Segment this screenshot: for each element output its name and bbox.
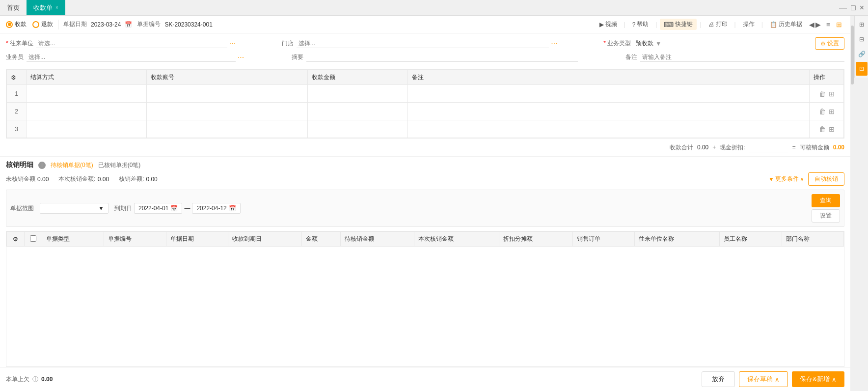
discount-input[interactable] [749,142,788,152]
tab-receipt[interactable]: 收款单 × [27,0,65,15]
th-settings[interactable]: ⚙ [7,70,27,85]
sidebar-icon-expand[interactable]: ⊡ [856,62,868,76]
row-3-delete-icon[interactable]: 🗑 [819,125,826,133]
radio-receive[interactable]: 收款 [6,20,27,28]
dth-settings[interactable]: ⚙ [7,232,25,247]
business-type-select[interactable]: 预收款 ▼ [634,39,661,48]
counterparty-more-icon[interactable]: ··· [229,40,236,48]
history-btn[interactable]: 📋 历史单据 [766,19,806,30]
tab-close-icon[interactable]: × [55,5,58,10]
save-new-arrow-icon: ∧ [832,376,837,383]
due-date-end-input[interactable]: 2022-04-12 📅 [192,203,240,214]
row-1-copy-icon[interactable]: ⊞ [829,90,835,98]
row-3-account[interactable] [147,120,307,138]
row-3-settlement[interactable] [27,120,147,138]
minimize-btn[interactable]: — [839,3,847,12]
row-2-note[interactable] [408,103,810,120]
doc-date-calendar-icon[interactable]: 📅 [125,21,132,28]
radio-refund-dot [32,21,39,28]
dth-check[interactable] [25,232,42,247]
filter-settings-btn[interactable]: 设置 [812,209,840,223]
shortcut-btn[interactable]: ⌨ 快捷键 [660,19,697,30]
row-3-copy-icon[interactable]: ⊞ [829,125,835,133]
row-3-action: 🗑 ⊞ [810,120,844,138]
remark-input[interactable] [640,53,844,62]
due-date-start-input[interactable]: 2022-04-01 📅 [134,203,182,214]
filter-settings-label: 设置 [820,212,832,219]
abandon-btn[interactable]: 放弃 [702,371,735,387]
row-num-2: 2 [7,103,27,120]
store-input[interactable] [297,39,549,48]
more-conditions-btn[interactable]: ▼ 更多条件 ∧ [768,175,804,183]
operation-btn[interactable]: 操作 [739,19,759,30]
row-2-account[interactable] [147,103,307,120]
unverified-value: 0.00 [37,176,49,183]
table-row: 1 🗑 ⊞ [7,85,844,103]
row-2-copy-icon[interactable]: ⊞ [829,108,835,115]
toolbar-right: ▶ 视频 | ? 帮助 | ⌨ 快捷键 | 🖨 打印 | 操作 | [596,19,844,30]
summary-input[interactable] [306,53,577,62]
save-new-btn[interactable]: 保存&新增 ∧ [792,371,844,387]
pending-tab-link[interactable]: 待核销单据(0笔) [51,161,93,169]
view-list-icon[interactable]: ≡ [824,20,833,29]
bottom-info-icon[interactable]: ⓘ [32,375,38,384]
tab-home[interactable]: 首页 [0,0,27,15]
row-2-amount[interactable] [307,103,407,120]
verify-stats-right: ▼ 更多条件 ∧ 自动核销 [768,172,844,186]
scrollbar-track[interactable] [850,16,854,391]
doc-date-value: 2023-03-24 [91,21,121,28]
dth-discount: 折扣分摊额 [499,232,573,247]
doc-num-meta: 单据编号 SK-20230324-001 [137,20,212,28]
view-grid-icon[interactable]: ⊞ [834,20,844,29]
settings-gear-icon: ⚙ [820,40,826,47]
auto-verify-btn[interactable]: 自动核销 [808,172,844,186]
row-2-delete-icon[interactable]: 🗑 [819,108,826,115]
doc-num-label: 单据编号 [137,20,161,28]
staff-more-icon[interactable]: ··· [238,54,244,61]
form-settings-btn[interactable]: ⚙ 设置 [815,37,844,50]
sidebar-icon-table[interactable]: ⊞ [856,18,868,31]
store-more-icon[interactable]: ··· [551,40,557,48]
help-btn[interactable]: ? 帮助 [628,19,653,30]
row-2-settlement[interactable] [27,103,147,120]
table-settings-icon[interactable]: ⚙ [11,74,16,81]
radio-refund[interactable]: 退款 [32,20,53,28]
select-all-checkbox[interactable] [30,235,36,242]
done-tab-link[interactable]: 已核销单据(0笔) [98,161,141,169]
equals-sign: = [792,144,796,151]
row-3-amount[interactable] [307,120,407,138]
due-date-start-calendar-icon[interactable]: 📅 [170,205,178,212]
row-1-delete-icon[interactable]: 🗑 [819,90,826,98]
video-btn[interactable]: ▶ 视频 [596,19,621,30]
nav-next-icon[interactable]: ▶ [815,21,821,28]
print-btn[interactable]: 🖨 打印 [705,19,732,30]
due-date-end-calendar-icon[interactable]: 📅 [229,205,236,212]
counterparty-input[interactable] [36,39,227,48]
dth-amount: 金额 [301,232,341,247]
filter-range-select[interactable]: ▼ [40,203,108,214]
sidebar-icon-link[interactable]: 🔗 [856,47,868,61]
row-1-amount[interactable] [307,85,407,103]
discount-label: 现金折扣: [720,143,745,152]
dth-counterparty: 往来单位名称 [635,232,720,247]
row-1-note[interactable] [408,85,810,103]
maximize-btn[interactable]: □ [851,3,856,12]
filter-row: 单据范围 ▼ 到期日 2022-04-01 📅 — 2022-04-12 📅 [6,190,844,227]
row-3-note[interactable] [408,120,810,138]
nav-prev-icon[interactable]: ◀ [809,21,814,28]
query-btn[interactable]: 查询 [812,194,840,207]
form-area: 往来单位 ··· 门店 ··· 业务类型 预收款 ▼ ⚙ 设置 [0,33,850,69]
row-num-3: 3 [7,120,27,138]
staff-input[interactable] [27,53,236,62]
more-conditions-arrow: ∧ [800,176,804,183]
scrollbar-thumb[interactable] [851,26,854,84]
window-close-btn[interactable]: × [860,3,864,12]
verify-info-icon[interactable]: i [38,162,46,169]
save-draft-btn[interactable]: 保存草稿 ∧ [739,371,788,387]
row-1-settlement[interactable] [27,85,147,103]
video-icon: ▶ [599,21,604,28]
verify-title: 核销明细 [6,161,33,169]
sidebar-icon-list[interactable]: ⊟ [856,32,868,46]
diff-value: 0.00 [146,176,157,183]
row-1-account[interactable] [147,85,307,103]
